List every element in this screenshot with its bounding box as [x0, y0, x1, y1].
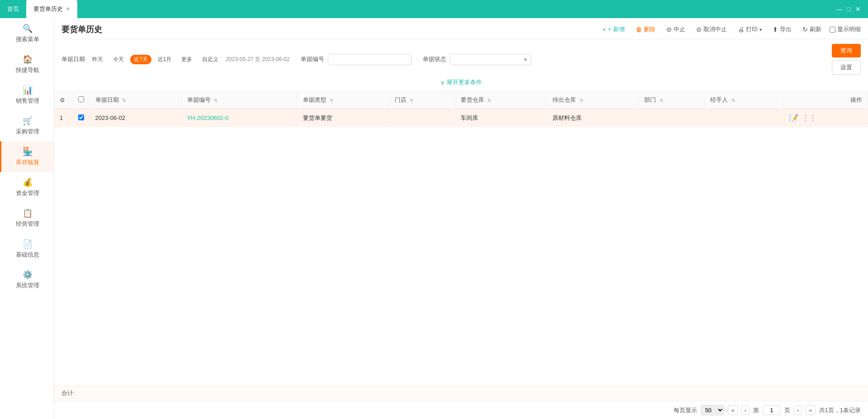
- sidebar-item-purchase-label: 采购管理: [16, 128, 39, 136]
- th-store[interactable]: 门店 ⇅: [389, 91, 455, 109]
- next-page-button[interactable]: ›: [794, 405, 802, 415]
- select-all-checkbox[interactable]: [78, 96, 84, 102]
- row-req-warehouse: 车间库: [455, 109, 547, 127]
- finance-icon: 💰: [23, 177, 33, 187]
- row-more-icon[interactable]: ⋮⋮: [802, 114, 816, 122]
- th-doc-no-label: 单据编号: [187, 96, 211, 103]
- sidebar-item-purchase[interactable]: 🛒 采购管理: [0, 110, 54, 141]
- print-arrow-icon: ▾: [760, 27, 762, 32]
- date-btn-7days[interactable]: 近7天: [130, 55, 151, 64]
- date-buttons: 昨天 今天 近7天 近1月 更多 自定义: [89, 55, 222, 64]
- sidebar-item-quick-nav[interactable]: 🏠 快捷导航: [0, 49, 54, 80]
- sidebar-item-operations[interactable]: 📋 经营管理: [0, 203, 54, 233]
- department-sort-icon: ⇅: [660, 98, 663, 103]
- export-label: 导出: [780, 25, 792, 33]
- th-settings[interactable]: ⚙: [54, 91, 72, 109]
- sidebar-item-basic-info[interactable]: 📄 基础信息: [0, 233, 54, 264]
- row-edit-icon[interactable]: 📝: [789, 114, 798, 122]
- search-menu-icon: 🔍: [23, 24, 33, 33]
- page-number-input[interactable]: [763, 405, 781, 415]
- display-cell-button[interactable]: 显示明细: [830, 25, 861, 33]
- sidebar-item-system-label: 系统管理: [16, 281, 39, 290]
- date-btn-today[interactable]: 今天: [109, 55, 127, 64]
- req-warehouse-sort-icon: ⇅: [487, 98, 491, 103]
- settings-button[interactable]: 设置: [832, 60, 861, 75]
- action-icons: 📝 ⋮⋮: [789, 114, 862, 122]
- column-settings-icon[interactable]: ⚙: [60, 97, 65, 104]
- page-header: 要货单历史 + + 新增 🗑 删除 ⊘ 中止 ⊘ 取消中止: [54, 18, 868, 39]
- expand-label: 展开更多条件: [447, 78, 482, 86]
- maximize-icon[interactable]: □: [847, 5, 851, 13]
- sidebar-item-inventory-label: 库存核算: [16, 158, 39, 167]
- date-btn-custom[interactable]: 自定义: [198, 55, 222, 64]
- row-doc-no-link[interactable]: YH-20230602-0: [187, 114, 229, 121]
- sidebar-item-search-menu[interactable]: 🔍 搜索菜单: [0, 18, 54, 49]
- th-req-warehouse-label: 要货仓库: [461, 96, 484, 103]
- close-window-icon[interactable]: ✕: [855, 5, 861, 13]
- row-actions: 📝 ⋮⋮: [783, 109, 868, 127]
- first-page-button[interactable]: «: [728, 405, 737, 415]
- refresh-icon: ↻: [802, 26, 808, 33]
- tab-close-icon[interactable]: ✕: [66, 6, 70, 12]
- cancel-stop-label: 取消中止: [703, 25, 727, 33]
- minimize-icon[interactable]: —: [836, 5, 843, 13]
- inventory-icon: 🏪: [23, 147, 33, 157]
- th-doc-date[interactable]: 单据日期 ⇅: [90, 91, 181, 109]
- th-pending-warehouse-label: 待出仓库: [552, 96, 576, 103]
- row-index: 1: [54, 109, 72, 127]
- status-select[interactable]: ▾: [450, 54, 531, 65]
- sidebar-item-sales-label: 销售管理: [16, 97, 39, 105]
- row-pending-warehouse-value: 原材料仓库: [552, 114, 582, 121]
- date-btn-yesterday[interactable]: 昨天: [89, 55, 107, 64]
- refresh-button[interactable]: ↻ 刷新: [800, 24, 824, 35]
- per-page-select[interactable]: 50 10 20 100: [701, 405, 724, 415]
- prev-page-button[interactable]: ‹: [741, 405, 750, 415]
- handler-sort-icon: ⇅: [731, 98, 735, 103]
- sidebar-item-system[interactable]: ⚙️ 系统管理: [0, 264, 54, 295]
- sidebar-item-inventory[interactable]: 🏪 库存核算: [0, 141, 54, 172]
- sidebar-item-finance[interactable]: 💰 资金管理: [0, 172, 54, 203]
- print-button[interactable]: 🖨 打印 ▾: [735, 24, 764, 35]
- cancel-stop-button[interactable]: ⊘ 取消中止: [693, 24, 730, 35]
- th-handler[interactable]: 经手人 ⇅: [705, 91, 784, 109]
- row-doc-no: YH-20230602-0: [181, 109, 297, 127]
- new-button[interactable]: + + 新增: [600, 24, 627, 35]
- refresh-label: 刷新: [810, 25, 821, 33]
- stop-button[interactable]: ⊘ 中止: [664, 24, 688, 35]
- delete-button[interactable]: 🗑 删除: [633, 24, 658, 35]
- total-info: 共1页，1条记录: [819, 406, 861, 414]
- th-department-label: 部门: [644, 96, 656, 103]
- filter-area: 单据日期 昨天 今天 近7天 近1月 更多 自定义 2023-05-27 至 2…: [54, 39, 868, 91]
- table-header: ⚙ 单据日期 ⇅ 单据编号 ⇅: [54, 91, 868, 109]
- sidebar-item-sales[interactable]: 📊 销售管理: [0, 80, 54, 110]
- row-doc-type: 要货单要货: [297, 109, 389, 127]
- window-controls: — □ ✕: [836, 5, 868, 13]
- display-cell-checkbox[interactable]: [830, 27, 835, 33]
- th-pending-warehouse[interactable]: 待出仓库 ⇅: [547, 91, 638, 109]
- row-doc-type-value: 要货单要货: [303, 114, 332, 121]
- date-filter-label: 单据日期: [61, 55, 85, 63]
- last-page-button[interactable]: »: [806, 405, 815, 415]
- tab-home[interactable]: 首页: [0, 0, 26, 18]
- table-footer: 合计:: [54, 385, 868, 401]
- th-doc-date-label: 单据日期: [95, 96, 119, 103]
- th-doc-type-label: 单据类型: [303, 96, 326, 103]
- doc-date-sort-icon: ⇅: [122, 98, 126, 103]
- th-department[interactable]: 部门 ⇅: [638, 91, 704, 109]
- status-filter: 单据状态 ▾: [423, 54, 531, 65]
- tab-requisition-history[interactable]: 要货单历史 ✕: [26, 0, 77, 18]
- th-doc-no[interactable]: 单据编号 ⇅: [181, 91, 297, 109]
- operations-icon: 📋: [23, 208, 33, 218]
- query-button[interactable]: 查询: [832, 44, 861, 57]
- sidebar-item-finance-label: 资金管理: [16, 189, 39, 197]
- date-btn-1month[interactable]: 近1月: [154, 55, 175, 64]
- content-area: 要货单历史 + + 新增 🗑 删除 ⊘ 中止 ⊘ 取消中止: [54, 18, 868, 419]
- row-checkbox[interactable]: [78, 114, 84, 120]
- doc-no-input[interactable]: [328, 54, 412, 65]
- expand-more-button[interactable]: ∨ 展开更多条件: [61, 78, 861, 86]
- table-body: 1 2023-06-02 YH-20230602-0 要货单要货: [54, 109, 868, 127]
- date-btn-more[interactable]: 更多: [178, 55, 196, 64]
- th-doc-type[interactable]: 单据类型 ⇅: [297, 91, 389, 109]
- th-req-warehouse[interactable]: 要货仓库 ⇅: [455, 91, 547, 109]
- export-button[interactable]: ⬆ 导出: [770, 24, 794, 35]
